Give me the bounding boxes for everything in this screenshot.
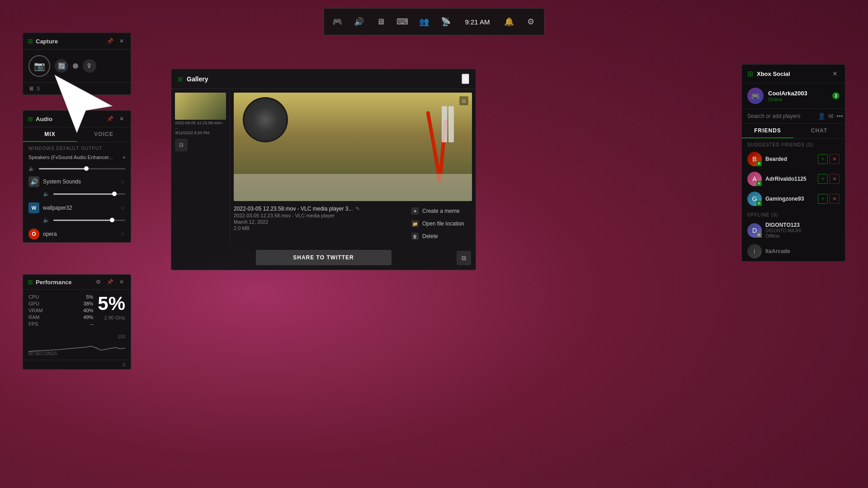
capture-footer: 🖥 S — [23, 82, 131, 94]
app-row-wallpaper32: W wallpaper32 ☆ — [23, 200, 131, 216]
audio-close-button[interactable]: ✕ — [117, 114, 126, 123]
tab-mix[interactable]: MIX — [23, 127, 77, 142]
digonto-avatar: D ⊞ — [747, 223, 762, 238]
wallpaper32-fav-icon[interactable]: ☆ — [120, 205, 125, 211]
tab-friends[interactable]: FRIENDS — [742, 124, 793, 138]
remove-bearded-button[interactable]: ✕ — [830, 154, 840, 164]
mic-off-button[interactable]: 🎙 — [83, 59, 96, 73]
audio-pin-button[interactable]: 📌 — [105, 114, 114, 123]
open-file-location-button[interactable]: 📁 Open file location — [409, 218, 472, 229]
gallery-sidebar-layout-btn[interactable]: ⊟ — [175, 139, 188, 151]
create-meme-button[interactable]: ✦ Create a meme — [409, 206, 472, 216]
screenshot-button[interactable]: 📷 — [28, 55, 50, 77]
ram-row: RAM 49% — [28, 314, 93, 320]
xbox-tabs: FRIENDS CHAT — [742, 124, 845, 139]
gallery-footer: SHARE TO TWITTER ⧉ — [171, 250, 476, 270]
gallery-xbox-icon: ⊞ — [178, 75, 183, 83]
broadcast-icon[interactable]: 📡 — [439, 15, 452, 28]
digonto-status: Offline — [765, 233, 840, 239]
tab-voice[interactable]: VOICE — [77, 127, 131, 142]
share-twitter-button[interactable]: SHARE TO TWITTER — [256, 250, 392, 265]
gallery-windowed-button[interactable]: ⊟ — [459, 96, 468, 105]
itaarcade-name: ItaArcade — [765, 248, 840, 254]
capture-xbox-icon: ⊞ — [28, 38, 33, 45]
cpu-graph — [28, 334, 125, 352]
perf-pin-button[interactable]: 📌 — [105, 277, 114, 286]
cpu-row: CPU 5% — [28, 294, 93, 300]
audio-panel: ⊞ Audio 📌 ✕ MIX VOICE WINDOWS DEFAULT OU… — [23, 110, 131, 243]
more-options-icon[interactable]: ••• — [836, 113, 843, 120]
perf-graph-max: 100 — [118, 334, 125, 339]
game-controller-icon[interactable]: 🎮 — [331, 15, 344, 28]
xbox-close-button[interactable]: ✕ — [830, 69, 840, 78]
cpu-big-value: 5% — [98, 294, 125, 313]
person-search-icon: 👤 — [818, 113, 826, 120]
audio-device-row[interactable]: Speakers (FxSound Audio Enhancer... ▾ — [23, 153, 131, 164]
audio-section-label: WINDOWS DEFAULT OUTPUT — [23, 142, 131, 153]
display-icon[interactable]: 🖥 — [374, 15, 387, 28]
audio-panel-header: ⊞ Audio 📌 ✕ — [23, 111, 131, 127]
wallpaper32-volume-thumb[interactable] — [110, 218, 114, 222]
app-name-system-sounds: System Sounds — [43, 178, 117, 185]
volume-icon[interactable]: 🔊 — [353, 15, 365, 28]
master-volume-thumb[interactable] — [84, 166, 89, 171]
gallery-image-container: ⊟ — [234, 93, 472, 201]
digonto-status-dot: ⊞ — [756, 232, 762, 238]
add-adr-button[interactable]: + — [818, 174, 828, 184]
perf-content: CPU 5% GPU 38% VRAM 40% RAM 49% FPS -- 5… — [23, 290, 131, 333]
xbox-logo-icon: ⊞ — [747, 70, 753, 78]
gamingzone-info: Gamingzone93 — [765, 196, 814, 202]
opera-fav-icon[interactable]: ☆ — [120, 231, 125, 237]
master-volume-slider[interactable] — [39, 168, 125, 169]
remove-adr-button[interactable]: ✕ — [830, 174, 840, 184]
layout-icon: ⊟ — [179, 142, 184, 148]
audio-tabs: MIX VOICE — [23, 127, 131, 142]
perf-graph-area: 100 60 SECONDS — [23, 333, 131, 360]
search-players-input[interactable] — [747, 113, 815, 119]
system-sounds-volume-thumb[interactable] — [112, 192, 117, 196]
perf-close-button[interactable]: ✕ — [117, 277, 126, 286]
tab-chat[interactable]: CHAT — [793, 124, 845, 138]
remove-gamingzone-button[interactable]: ✕ — [830, 194, 840, 204]
bearded-avatar: B ⊞ — [747, 152, 762, 166]
perf-panel-header: ⊞ Performance ⚙ 📌 ✕ — [23, 275, 131, 290]
copy-button[interactable]: ⧉ — [457, 251, 471, 265]
volume-icon: 🔈 — [28, 165, 35, 172]
wallpaper32-volume-slider[interactable] — [53, 220, 125, 221]
perf-xbox-icon: ⊞ — [28, 278, 33, 286]
system-sounds-volume-slider[interactable] — [53, 193, 125, 195]
gallery-file-app: 2022-03-05 12.23.58.mov - VLC media play… — [234, 213, 405, 218]
fps-label: FPS — [28, 321, 38, 327]
bearded-actions: + ✕ — [818, 154, 840, 164]
refresh-button[interactable]: 🔄 — [55, 59, 68, 73]
capture-close-button[interactable]: ✕ — [117, 37, 126, 46]
gamingzone-avatar: G ⊞ — [747, 192, 762, 206]
system-sounds-fav-icon[interactable]: ☆ — [120, 178, 125, 185]
perf-settings-button[interactable]: ⚙ — [94, 277, 103, 286]
bearded-info: Bearded — [765, 156, 814, 162]
perf-panel-title: Performance — [36, 279, 91, 286]
gallery-close-button[interactable]: ✕ — [462, 74, 469, 84]
capture-pin-button[interactable]: 📌 — [105, 37, 114, 46]
edit-icon[interactable]: ✎ — [355, 206, 360, 212]
notification-icon[interactable]: 🔔 — [503, 15, 515, 28]
xbox-user-row: 🎮 CoolArka2003 Online 3 — [742, 83, 845, 109]
digonto-info: DIGONTO123 DIGONTO MAJHI Offline — [765, 222, 840, 239]
gallery-thumbnail[interactable]: 2022-03-05 12.23.58.mov - ... 3/12/2022 … — [175, 93, 226, 135]
capture-panel-header: ⊞ Capture 📌 ✕ — [23, 33, 131, 50]
taskbar-time: 9:21 AM — [461, 18, 493, 26]
add-gamingzone-button[interactable]: + — [818, 194, 828, 204]
delete-button[interactable]: 🗑 Delete — [409, 231, 472, 242]
keyboard-icon[interactable]: ⌨ — [396, 15, 409, 28]
gallery-body: 2022-03-05 12.23.58.mov - ... 3/12/2022 … — [171, 89, 476, 245]
xbox-social-panel: ⊞ Xbox Social ✕ 🎮 CoolArka2003 Online 3 … — [741, 64, 845, 262]
add-bearded-button[interactable]: + — [818, 154, 828, 164]
ram-value: 49% — [83, 314, 93, 320]
xbox-social-header: ⊞ Xbox Social ✕ — [742, 65, 845, 83]
itaarcade-info: ItaArcade — [765, 248, 840, 254]
people-icon[interactable]: 👥 — [418, 15, 430, 28]
xbox-notification-badge[interactable]: 3 — [832, 92, 840, 99]
app-name-opera: opera — [43, 231, 117, 237]
digonto-name: DIGONTO123 — [765, 222, 840, 228]
gear-icon[interactable]: ⚙ — [524, 15, 537, 28]
